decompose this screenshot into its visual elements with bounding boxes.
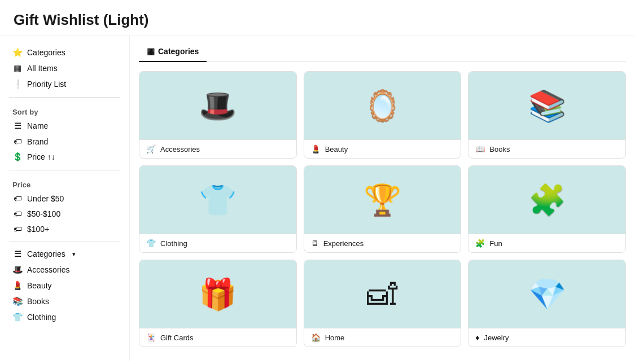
sidebar-item-label: Categories (27, 249, 65, 258)
sidebar-divider-2 (9, 170, 120, 170)
sidebar-item-label: Categories (27, 48, 65, 57)
tag-icon: 🏷 (12, 137, 23, 146)
category-card-home[interactable]: 🛋 🏠 Home (304, 260, 462, 347)
card-label-area: 👕 Clothing (139, 234, 296, 252)
beauty-card-icon: 🪞 (364, 88, 401, 124)
sidebar-item-label: Brand (27, 137, 48, 146)
category-label: Home (325, 334, 345, 342)
card-label-area: 🧩 Fun (468, 234, 625, 252)
sidebar-sort-section: Sort by ☰ Name 🏷 Brand 💲 Price ↑↓ (9, 102, 120, 164)
category-icon-area: 🎁 (139, 260, 296, 328)
list-bullet-icon: ☰ (12, 249, 23, 259)
category-card-books[interactable]: 📚 📖 Books (468, 71, 626, 159)
category-label: Fun (489, 239, 502, 248)
jewelry-label-icon: ♦ (475, 333, 479, 342)
page-header: Gift Wishlist (Light) (0, 0, 635, 36)
category-label: Experiences (323, 239, 364, 248)
sidebar-divider-3 (9, 242, 120, 242)
books-icon: 📚 (12, 296, 23, 306)
experiences-card-icon: 🏆 (364, 182, 401, 218)
sidebar-item-name[interactable]: ☰ Name (9, 119, 120, 133)
card-label-area: 🛒 Accessories (139, 139, 296, 158)
category-grid: 🎩 🛒 Accessories 🪞 💄 Beauty (139, 71, 626, 347)
card-label-area: ♦ Jewelry (468, 328, 625, 347)
sidebar-item-categories[interactable]: ⭐ Categories (9, 45, 120, 60)
category-icon-area: 🏆 (304, 166, 461, 234)
clothing-card-icon: 👕 (199, 182, 237, 218)
sidebar-item-label: All Items (27, 64, 58, 73)
category-label: Clothing (160, 239, 187, 248)
sidebar-item-label: Priority List (27, 80, 66, 89)
category-icon-area: 🧩 (468, 166, 625, 234)
category-card-beauty[interactable]: 🪞 💄 Beauty (304, 71, 462, 159)
sidebar-item-accessories[interactable]: 🎩 Accessories (9, 262, 120, 277)
gift-cards-card-icon: 🎁 (199, 277, 237, 312)
category-icon-area: 💎 (468, 260, 625, 328)
sidebar-item-label: $50-$100 (27, 209, 60, 218)
sidebar-item-price[interactable]: 💲 Price ↑↓ (9, 150, 120, 164)
price-icon: 💲 (12, 152, 23, 162)
clothing-icon: 👕 (12, 312, 23, 322)
beauty-icon: 💄 (12, 280, 23, 291)
fun-card-icon: 🧩 (528, 182, 566, 218)
sidebar-item-50-100[interactable]: 🏷 $50-$100 (9, 207, 120, 221)
grid-tab-icon: ▦ (147, 46, 155, 56)
home-label-icon: 🏠 (311, 333, 321, 342)
category-card-jewelry[interactable]: 💎 ♦ Jewelry (468, 260, 626, 347)
sort-section-label: Sort by (9, 102, 120, 119)
price-range-icon: 🏷 (12, 194, 23, 203)
sidebar-categories-section: ☰ Categories ▾ 🎩 Accessories 💄 Beauty 📚 … (9, 247, 120, 324)
category-card-gift-cards[interactable]: 🎁 🃏 Gift Cards (139, 260, 297, 347)
sidebar-categories-header[interactable]: ☰ Categories ▾ (9, 247, 120, 261)
category-icon-area: 👕 (139, 166, 296, 234)
books-label-icon: 📖 (475, 144, 485, 154)
category-card-experiences[interactable]: 🏆 🖥 Experiences (304, 165, 462, 253)
tab-label: Categories (158, 47, 199, 56)
card-label-area: 🏠 Home (304, 328, 461, 347)
category-label: Accessories (160, 145, 200, 154)
price-range-icon: 🏷 (12, 224, 23, 234)
category-icon-area: 🎩 (139, 72, 296, 139)
card-label-area: 🃏 Gift Cards (139, 328, 296, 347)
tab-categories[interactable]: ▦ Categories (139, 42, 207, 62)
sidebar-item-under-50[interactable]: 🏷 Under $50 (9, 191, 120, 205)
accessories-icon: 🎩 (12, 265, 23, 275)
price-section-label: Price (9, 175, 120, 191)
category-icon-area: 🪞 (304, 72, 461, 139)
category-label: Beauty (325, 145, 348, 154)
sidebar-item-label: Price ↑↓ (27, 152, 55, 161)
clothing-label-icon: 👕 (146, 239, 156, 248)
list-icon: ☰ (12, 121, 23, 131)
category-icon-area: 📚 (468, 72, 625, 139)
card-label-area: 📖 Books (468, 139, 625, 158)
sidebar-divider (9, 97, 120, 98)
category-card-fun[interactable]: 🧩 🧩 Fun (468, 165, 626, 253)
sidebar-item-label: Under $50 (27, 194, 64, 203)
grid-icon: ▦ (12, 63, 23, 73)
card-label-area: 💄 Beauty (304, 139, 461, 158)
sidebar: ⭐ Categories ▦ All Items ❕ Priority List… (0, 36, 130, 361)
jewelry-card-icon: 💎 (528, 277, 566, 312)
sidebar-item-label: Accessories (27, 265, 69, 274)
category-label: Gift Cards (160, 334, 194, 342)
sidebar-item-priority-list[interactable]: ❕ Priority List (9, 77, 120, 91)
category-icon-area: 🛋 (304, 260, 461, 328)
sidebar-item-label: Clothing (27, 313, 56, 322)
page-title: Gift Wishlist (Light) (14, 11, 621, 29)
sidebar-item-label: $100+ (27, 225, 49, 234)
sidebar-item-all-items[interactable]: ▦ All Items (9, 61, 120, 76)
sidebar-item-clothing[interactable]: 👕 Clothing (9, 310, 120, 324)
fun-label-icon: 🧩 (475, 239, 485, 248)
main-content: ▦ Categories 🎩 🛒 Accessories 🪞 (130, 36, 635, 361)
sidebar-item-brand[interactable]: 🏷 Brand (9, 134, 120, 148)
sidebar-item-100-plus[interactable]: 🏷 $100+ (9, 222, 120, 236)
star-icon: ⭐ (12, 47, 23, 58)
sidebar-item-label: Beauty (27, 281, 52, 290)
sidebar-item-beauty[interactable]: 💄 Beauty (9, 278, 120, 293)
sidebar-item-books[interactable]: 📚 Books (9, 294, 120, 309)
books-card-icon: 📚 (528, 88, 566, 124)
category-card-accessories[interactable]: 🎩 🛒 Accessories (139, 71, 297, 159)
gift-cards-label-icon: 🃏 (146, 333, 156, 342)
category-label: Books (489, 145, 510, 154)
category-card-clothing[interactable]: 👕 👕 Clothing (139, 165, 297, 253)
